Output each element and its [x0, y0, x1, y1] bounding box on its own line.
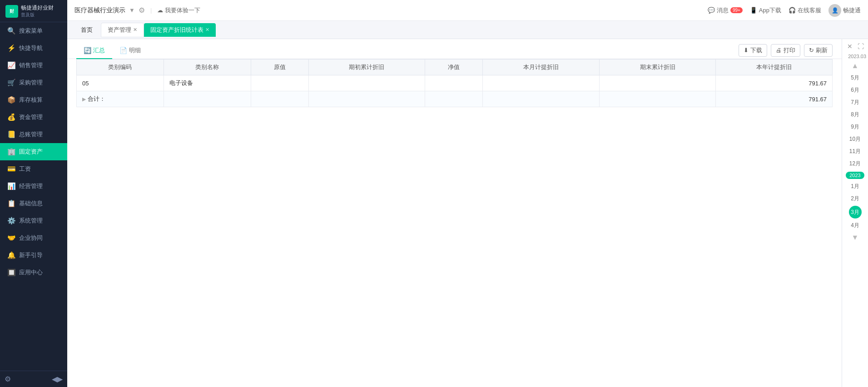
quick-nav-icon: ⚡	[7, 44, 15, 52]
year-badge[interactable]: 2023	[846, 172, 864, 179]
row-initial-accum	[308, 75, 425, 91]
app-center-icon: 🔲	[7, 268, 15, 277]
sidebar-item-sales[interactable]: 📈 销售管理	[0, 57, 67, 74]
sidebar-bottom: ⚙ ◀▶	[0, 371, 67, 387]
sidebar-item-ledger[interactable]: 📒 总账管理	[0, 126, 67, 143]
sales-icon: 📈	[7, 61, 15, 69]
month-7[interactable]: 7月	[842, 96, 868, 109]
cloud-icon: ☁	[157, 7, 163, 14]
user-info[interactable]: 👤 畅捷通	[828, 4, 861, 17]
company-name: 医疗器械行业演示	[74, 6, 125, 15]
tab-close-depreciation[interactable]: ✕	[205, 27, 209, 33]
message-label: 消息	[717, 6, 729, 15]
app-logo: 财 畅捷通好业财 普及版	[0, 0, 67, 22]
experience-btn[interactable]: ☁ 我要体验一下	[157, 6, 200, 15]
sidebar-item-system[interactable]: ⚙️ 系统管理	[0, 212, 67, 229]
expand-panel-btn[interactable]: ⛶	[856, 42, 865, 51]
message-btn[interactable]: 💬 消息 99+	[708, 6, 743, 15]
col-header-initial-accum: 期初累计折旧	[308, 60, 425, 75]
detail-label: 明细	[129, 46, 141, 55]
total-year-depr: 791.67	[716, 91, 833, 107]
col-header-net: 净值	[425, 60, 483, 75]
total-month-depr	[483, 91, 600, 107]
app-download-btn[interactable]: 📱 App下载	[750, 6, 781, 15]
subtab-detail[interactable]: 📄 明细	[112, 44, 148, 59]
scroll-down-btn[interactable]: ▼	[842, 232, 868, 243]
dropdown-icon[interactable]: ▼	[129, 7, 135, 14]
divider: |	[150, 7, 152, 14]
total-name	[164, 91, 251, 107]
download-button[interactable]: ⬇ 下载	[739, 44, 767, 57]
month-11[interactable]: 11月	[842, 145, 868, 158]
col-header-year-depr: 本年计提折旧	[716, 60, 833, 75]
ledger-icon: 📒	[7, 130, 15, 139]
basic-info-icon: 📋	[7, 199, 15, 208]
month-12[interactable]: 12月	[842, 158, 868, 170]
nav-label: 资金管理	[19, 113, 43, 121]
message-icon: 💬	[708, 7, 715, 14]
inventory-icon: 📦	[7, 96, 15, 104]
refresh-button[interactable]: ↻ 刷新	[804, 44, 833, 57]
month-1[interactable]: 1月	[842, 180, 868, 193]
collapse-icon[interactable]: ◀▶	[52, 375, 63, 383]
topbar-right: 💬 消息 99+ 📱 App下载 🎧 在线客服 👤 畅捷通	[708, 4, 861, 17]
col-header-name: 类别名称	[164, 60, 251, 75]
sidebar-item-quick-nav[interactable]: ⚡ 快捷导航	[0, 40, 67, 57]
settings-gear-icon[interactable]: ⚙	[139, 6, 145, 15]
print-button[interactable]: 🖨 打印	[771, 44, 800, 57]
tab-asset-mgmt[interactable]: 资产管理 ✕	[101, 23, 144, 37]
sidebar-item-fixed-assets[interactable]: 🏢 固定资产	[0, 143, 67, 160]
print-label: 打印	[784, 46, 795, 55]
sidebar-item-business[interactable]: 📊 经营管理	[0, 178, 67, 195]
month-5[interactable]: 5月	[842, 72, 868, 84]
month-4[interactable]: 4月	[842, 219, 868, 232]
row-original	[251, 75, 308, 91]
sidebar-item-payroll[interactable]: 💳 工资	[0, 160, 67, 178]
fixed-assets-icon: 🏢	[7, 148, 15, 156]
tab-home[interactable]: 首页	[74, 23, 99, 37]
total-period-end	[599, 91, 716, 107]
headset-icon: 🎧	[789, 7, 796, 14]
search-menu[interactable]: 🔍 搜索菜单	[0, 22, 67, 40]
sidebar-item-app-center[interactable]: 🔲 应用中心	[0, 264, 67, 281]
nav-label: 企业协同	[19, 234, 43, 242]
refresh-icon: ↻	[809, 47, 814, 54]
sidebar-item-purchase[interactable]: 🛒 采购管理	[0, 74, 67, 91]
sidebar-item-finance[interactable]: 💰 资金管理	[0, 109, 67, 126]
finance-icon: 💰	[7, 113, 15, 121]
tab-close-asset-mgmt[interactable]: ✕	[133, 27, 137, 33]
sidebar-item-basic-info[interactable]: 📋 基础信息	[0, 195, 67, 212]
nav-label: 库存核算	[19, 96, 43, 104]
panel-header: ✕ ⛶	[842, 39, 868, 53]
nav-label: 新手引导	[19, 251, 43, 259]
payroll-icon: 💳	[7, 165, 15, 173]
current-month[interactable]: 3月	[849, 206, 862, 218]
subtab-summary[interactable]: 🔄 汇总	[76, 44, 112, 59]
sidebar-item-inventory[interactable]: 📦 库存核算	[0, 91, 67, 109]
logo-icon: 财	[5, 5, 18, 18]
nav-label: 工资	[19, 165, 31, 173]
sidebar-item-guide[interactable]: 🔔 新手引导	[0, 247, 67, 264]
row-net	[425, 75, 483, 91]
row-month-depr	[483, 75, 600, 91]
month-6[interactable]: 6月	[842, 84, 868, 96]
online-service-btn[interactable]: 🎧 在线客服	[789, 6, 821, 15]
month-8[interactable]: 8月	[842, 109, 868, 121]
search-label: 搜索菜单	[19, 27, 43, 35]
close-panel-btn[interactable]: ✕	[845, 42, 854, 51]
month-2[interactable]: 2月	[842, 193, 868, 205]
app-download-label: App下载	[759, 6, 781, 15]
nav-label: 经营管理	[19, 182, 43, 190]
row-name: 电子设备	[164, 75, 251, 91]
download-icon: ⬇	[744, 47, 749, 54]
month-10[interactable]: 10月	[842, 133, 868, 145]
tab-depreciation[interactable]: 固定资产折旧统计表 ✕	[144, 23, 216, 37]
scroll-up-btn[interactable]: ▲	[842, 60, 868, 72]
nav-label: 应用中心	[19, 268, 43, 277]
month-9[interactable]: 9月	[842, 121, 868, 133]
year-display: 2023.03	[842, 53, 868, 60]
table-wrap: 类别编码 类别名称 原值 期初累计折旧 净值 本月计提折旧 期末累计折旧 本年计…	[67, 59, 842, 387]
phone-icon: 📱	[750, 7, 757, 14]
sidebar-item-cooperation[interactable]: 🤝 企业协同	[0, 229, 67, 247]
settings-icon[interactable]: ⚙	[5, 375, 11, 383]
